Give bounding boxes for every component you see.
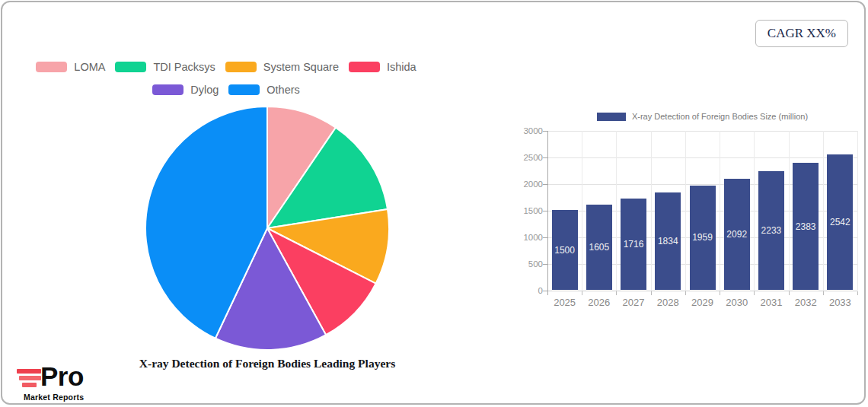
pie-legend-item: System Square — [225, 61, 339, 73]
y-tick-label: 500 — [528, 259, 543, 269]
logo-stripe — [22, 383, 37, 387]
y-tick-label: 1500 — [523, 206, 543, 215]
x-tick-label: 2033 — [829, 297, 851, 308]
bar-value-label: 1959 — [692, 232, 713, 243]
legend-swatch — [36, 62, 67, 72]
x-tick-label: 2026 — [588, 297, 610, 308]
gridline-vertical — [685, 131, 686, 291]
bar-legend-label: X-ray Detection of Foreign Bodies Size (… — [632, 112, 808, 121]
bar-chart-plot: 0500100015002000250030001500202516052026… — [547, 131, 857, 291]
legend-swatch — [225, 62, 257, 72]
x-axis-tick — [857, 291, 858, 295]
bar-value-label: 2542 — [830, 217, 850, 227]
gridline-vertical — [616, 131, 617, 291]
y-tick-label: 0 — [538, 286, 543, 295]
legend-label: TDI Packsys — [153, 61, 215, 73]
brand-logo: Pro Market Reports — [17, 364, 101, 404]
x-tick-label: 2027 — [623, 297, 645, 308]
bar: 2542 — [827, 154, 853, 290]
gridline-horizontal — [547, 157, 857, 158]
x-axis-tick — [823, 291, 824, 295]
gridline-vertical — [651, 131, 652, 291]
gridline-vertical — [582, 131, 582, 291]
bar: 1834 — [655, 192, 681, 290]
y-tick-label: 3000 — [523, 126, 543, 135]
x-tick-label: 2028 — [657, 297, 679, 308]
bar-legend: X-ray Detection of Foreign Bodies Size (… — [547, 112, 857, 121]
logo-stripe — [17, 369, 41, 374]
pie-legend-item: TDI Packsys — [115, 61, 215, 73]
x-tick-label: 2032 — [795, 297, 817, 308]
legend-swatch — [349, 62, 380, 72]
cagr-badge: CAGR XX% — [755, 20, 848, 47]
gridline-vertical — [857, 131, 858, 291]
bar-value-label: 1605 — [589, 242, 609, 253]
bar: 2092 — [724, 179, 750, 290]
pie-chart — [144, 105, 391, 351]
logo-name: Pro — [40, 361, 84, 392]
x-tick-label: 2029 — [691, 297, 713, 308]
legend-swatch — [152, 84, 183, 95]
gridline-vertical — [823, 131, 824, 291]
bar-value-label: 1500 — [554, 245, 575, 256]
bar-legend-swatch — [597, 113, 626, 121]
report-canvas: CAGR XX% LOMATDI PacksysSystem SquareIsh… — [1, 1, 866, 405]
x-axis-tick — [685, 291, 686, 295]
bar: 1959 — [690, 186, 716, 290]
legend-label: System Square — [263, 61, 339, 73]
gridline-vertical — [789, 131, 790, 291]
bar-value-label: 2233 — [761, 225, 782, 236]
x-axis-tick — [789, 291, 790, 295]
pie-legend: LOMATDI PacksysSystem SquareIshidaDylogO… — [13, 61, 439, 96]
x-axis-tick — [582, 291, 582, 295]
x-tick-label: 2031 — [760, 297, 782, 308]
y-axis-line — [547, 131, 548, 295]
pie-legend-item: Others — [228, 84, 300, 96]
bar: 2233 — [758, 171, 784, 290]
legend-label: Ishida — [387, 61, 416, 73]
bar-value-label: 2092 — [726, 229, 747, 240]
bar: 1500 — [552, 210, 578, 290]
bar: 1605 — [586, 205, 612, 290]
x-axis-line — [547, 291, 857, 291]
x-axis-tick — [754, 291, 755, 295]
logo-subtitle: Market Reports — [24, 393, 84, 402]
legend-label: Dylog — [190, 84, 219, 96]
pie-legend-item: Dylog — [152, 84, 219, 96]
bar-value-label: 1834 — [658, 236, 678, 246]
pie-legend-item: Ishida — [349, 61, 416, 73]
bar: 1716 — [621, 199, 646, 290]
x-tick-label: 2030 — [726, 297, 748, 308]
x-axis-tick — [720, 291, 720, 295]
gridline-horizontal — [547, 131, 857, 132]
y-tick-label: 2500 — [523, 153, 543, 162]
x-axis-tick — [616, 291, 617, 295]
bar-value-label: 2383 — [796, 221, 816, 232]
legend-swatch — [115, 62, 146, 72]
gridline-vertical — [720, 131, 720, 291]
bar-value-label: 1716 — [624, 239, 644, 250]
legend-label: Others — [266, 84, 300, 96]
x-tick-label: 2025 — [554, 297, 576, 308]
legend-label: LOMA — [74, 61, 105, 73]
logo-stripe — [19, 376, 41, 380]
pie-chart-title: X-ray Detection of Foreign Bodies Leadin… — [39, 357, 496, 370]
y-tick-label: 2000 — [523, 180, 543, 189]
x-axis-tick — [651, 291, 652, 295]
bar: 2383 — [793, 163, 819, 290]
y-tick-label: 1000 — [523, 233, 543, 242]
legend-swatch — [228, 84, 260, 95]
pie-legend-item: LOMA — [36, 61, 105, 73]
gridline-vertical — [754, 131, 755, 291]
